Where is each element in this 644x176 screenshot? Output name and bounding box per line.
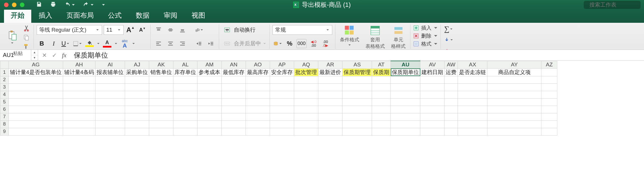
cell[interactable] — [391, 128, 420, 135]
format-painter-icon[interactable] — [22, 43, 31, 50]
col-header-AH[interactable]: AH — [63, 61, 95, 68]
cell[interactable] — [420, 106, 444, 113]
cell[interactable]: 销售单位 — [149, 68, 173, 76]
cell[interactable] — [541, 128, 557, 135]
cell[interactable] — [391, 98, 420, 106]
cell-styles-button[interactable]: 单元 格样式 — [389, 24, 407, 54]
align-top-button[interactable] — [153, 25, 164, 34]
cell[interactable] — [294, 128, 318, 135]
cell[interactable] — [318, 120, 342, 128]
print-icon[interactable] — [50, 1, 56, 9]
cell[interactable] — [458, 76, 487, 83]
cell[interactable] — [63, 113, 95, 120]
cell[interactable] — [9, 91, 63, 98]
cell[interactable] — [198, 83, 222, 91]
cell[interactable] — [391, 106, 420, 113]
font-color-button[interactable]: A — [102, 39, 112, 48]
cell[interactable] — [95, 106, 125, 113]
cell[interactable] — [63, 76, 95, 83]
col-header-AG[interactable]: AG — [9, 61, 63, 68]
col-header-AM[interactable]: AM — [198, 61, 222, 68]
redo-icon[interactable] — [83, 2, 94, 8]
search-input[interactable] — [589, 2, 644, 8]
cell[interactable] — [125, 76, 149, 83]
cell[interactable] — [458, 98, 487, 106]
cell[interactable] — [294, 83, 318, 91]
select-all-corner[interactable] — [0, 61, 9, 68]
col-header-AS[interactable]: AS — [342, 61, 372, 68]
cell[interactable] — [487, 113, 541, 120]
cell[interactable] — [9, 113, 63, 120]
increase-decimal-button[interactable]: ◀.0.00 — [308, 39, 319, 48]
conditional-format-button[interactable]: 条件格式 — [338, 24, 361, 47]
cell[interactable] — [487, 128, 541, 135]
cell[interactable]: 最高库存 — [246, 68, 270, 76]
cell[interactable] — [125, 106, 149, 113]
align-center-button[interactable] — [165, 39, 176, 48]
cell[interactable] — [149, 91, 173, 98]
cell[interactable] — [125, 120, 149, 128]
increase-indent-button[interactable] — [206, 39, 216, 48]
table-format-button[interactable]: 套用 表格格式 — [364, 24, 387, 54]
cell[interactable] — [9, 76, 63, 83]
row-header[interactable]: 5 — [0, 98, 9, 106]
increase-font-button[interactable]: A▲ — [125, 25, 136, 34]
cell[interactable] — [444, 98, 458, 106]
cell[interactable] — [458, 120, 487, 128]
orientation-button[interactable]: ab — [194, 25, 204, 34]
cell[interactable] — [487, 83, 541, 91]
cell[interactable] — [420, 91, 444, 98]
col-header-AI[interactable]: AI — [95, 61, 125, 68]
delete-cells-button[interactable]: 删除 — [413, 32, 438, 39]
cut-icon[interactable] — [22, 24, 31, 32]
col-header-AO[interactable]: AO — [246, 61, 270, 68]
insert-cells-button[interactable]: 插入 — [413, 24, 438, 31]
close-window-button[interactable] — [4, 3, 9, 7]
fill-color-button[interactable] — [84, 39, 95, 48]
cell[interactable] — [444, 128, 458, 135]
cell[interactable] — [342, 113, 372, 120]
underline-button[interactable]: U — [61, 39, 71, 48]
cell[interactable] — [173, 76, 198, 83]
cell[interactable]: 最低库存 — [222, 68, 246, 76]
decrease-decimal-button[interactable]: .00.0▶ — [320, 39, 331, 48]
cell[interactable] — [222, 113, 246, 120]
decrease-font-button[interactable]: A▼ — [137, 25, 148, 34]
cell[interactable] — [541, 83, 557, 91]
cell[interactable] — [198, 120, 222, 128]
cell[interactable] — [372, 83, 391, 91]
zoom-window-button[interactable] — [20, 3, 24, 7]
font-size-combo[interactable]: 11 — [104, 25, 124, 35]
col-header-AL[interactable]: AL — [173, 61, 198, 68]
cell[interactable] — [95, 98, 125, 106]
cell[interactable] — [198, 98, 222, 106]
col-header-AQ[interactable]: AQ — [294, 61, 318, 68]
cell[interactable] — [222, 91, 246, 98]
row-header[interactable]: 6 — [0, 106, 9, 113]
cell[interactable] — [444, 113, 458, 120]
cell[interactable] — [173, 91, 198, 98]
cell[interactable] — [458, 83, 487, 91]
cell[interactable]: 运费 — [444, 68, 458, 76]
cell[interactable] — [149, 98, 173, 106]
col-header-AV[interactable]: AV — [420, 61, 444, 68]
cell[interactable] — [294, 98, 318, 106]
cell[interactable] — [9, 106, 63, 113]
cell[interactable] — [487, 106, 541, 113]
cell[interactable] — [342, 120, 372, 128]
cell[interactable] — [391, 83, 420, 91]
cell[interactable]: 参考成本 — [198, 68, 222, 76]
cell[interactable] — [458, 106, 487, 113]
cell[interactable] — [246, 91, 270, 98]
fill-button[interactable] — [444, 35, 454, 44]
cell[interactable]: 是否走冻链 — [458, 68, 487, 76]
formula-input[interactable] — [70, 50, 644, 60]
cell[interactable] — [125, 128, 149, 135]
currency-button[interactable] — [273, 39, 283, 48]
cell[interactable] — [173, 120, 198, 128]
cell[interactable] — [294, 113, 318, 120]
cell[interactable] — [149, 113, 173, 120]
tab-数据[interactable]: 数据 — [129, 8, 156, 23]
cell[interactable] — [318, 98, 342, 106]
cell[interactable] — [487, 120, 541, 128]
